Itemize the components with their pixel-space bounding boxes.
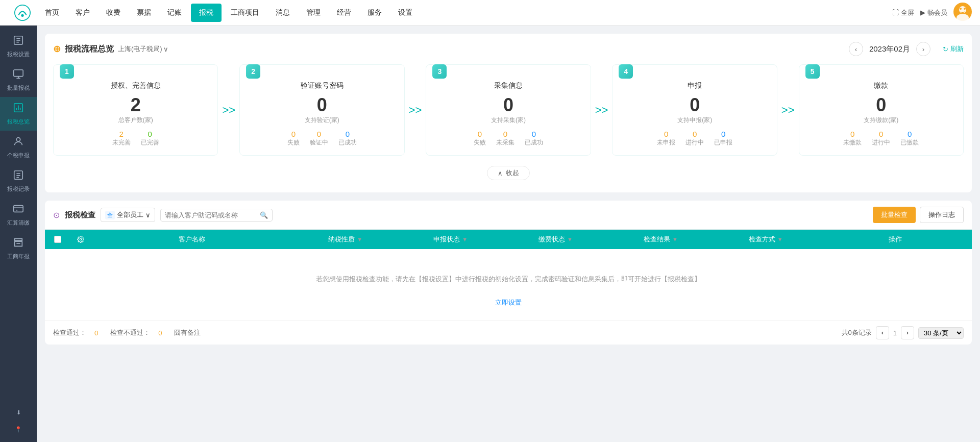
sidebar-item-tax-overview[interactable]: 报税总览: [0, 97, 37, 131]
stat-val: 0: [872, 130, 890, 138]
step-sub-4: 支持申报(家): [621, 116, 768, 125]
sidebar-item-annual-report[interactable]: 工商年报: [0, 232, 37, 265]
pass-count[interactable]: 0: [94, 329, 98, 337]
sidebar-label: 工商年报: [7, 253, 30, 260]
stat-not-paid[interactable]: 0 未缴款: [843, 130, 862, 147]
flow-location[interactable]: 上海(电子税局) ∨: [118, 44, 168, 54]
prev-month-btn[interactable]: ‹: [849, 42, 863, 56]
nav-tax[interactable]: 报税: [191, 4, 222, 22]
per-page-select[interactable]: 30 条/页 50 条/页 100 条/页: [918, 327, 964, 339]
refresh-btn[interactable]: ↻ 刷新: [943, 44, 964, 54]
stat-paying[interactable]: 0 进行中: [872, 130, 890, 147]
next-page-btn[interactable]: ›: [901, 326, 914, 339]
svg-point-0: [15, 5, 30, 20]
individual-tax-icon: [13, 136, 24, 150]
stat-verifying[interactable]: 0 验证中: [310, 130, 328, 147]
sidebar-item-tax-record[interactable]: 报税记录: [0, 164, 37, 198]
nav-home[interactable]: 首页: [37, 0, 67, 26]
settlement-icon: [13, 203, 24, 217]
operation-log-btn[interactable]: 操作日志: [920, 207, 964, 223]
th-setting[interactable]: [70, 230, 91, 249]
nav-bookkeeping[interactable]: 记账: [159, 0, 190, 26]
nav-fee[interactable]: 收费: [98, 0, 129, 26]
th-declare-status: 申报状态 ▼: [398, 230, 503, 249]
fail-count[interactable]: 0: [158, 329, 162, 337]
sidebar-item-settlement[interactable]: 汇算清缴: [0, 198, 37, 232]
sidebar-item-tax-settings[interactable]: 报税设置: [0, 30, 37, 63]
filter-icon[interactable]: ▼: [462, 236, 468, 242]
nav-service[interactable]: 服务: [359, 0, 390, 26]
flow-step-2: 2 验证账号密码 0 支持验证(家) 0 失败 0 验证中: [239, 64, 404, 156]
stat-fail[interactable]: 0 失败: [287, 130, 300, 147]
stat-label: 已申报: [714, 138, 732, 147]
nav-manage[interactable]: 管理: [298, 0, 329, 26]
stat-label: 已完善: [141, 138, 159, 147]
header-checkbox[interactable]: [54, 236, 61, 243]
stat-label: 失败: [474, 138, 486, 147]
current-date: 2023年02月: [869, 44, 910, 54]
current-page: 1: [893, 329, 897, 337]
stat-fail[interactable]: 0 失败: [474, 130, 486, 147]
stat-complete[interactable]: 0 已完善: [141, 130, 159, 147]
search-icon[interactable]: 🔍: [260, 211, 268, 219]
stat-label: 未缴款: [843, 138, 862, 147]
stat-label: 失败: [287, 138, 300, 147]
action-buttons: 批量检查 操作日志: [873, 207, 964, 223]
next-month-btn[interactable]: ›: [916, 42, 930, 56]
flow-header: ⊕ 报税流程总览 上海(电子税局) ∨ ‹ 2023年02月 › ↻ 刷新: [53, 42, 964, 56]
collapse-btn[interactable]: ∧ 收起: [487, 166, 530, 180]
nav-invoice[interactable]: 票据: [129, 0, 159, 26]
stat-val: 0: [141, 130, 159, 138]
nav-settings[interactable]: 设置: [390, 0, 421, 26]
sidebar-item-individual-tax[interactable]: 个税申报: [0, 131, 37, 164]
sidebar-download[interactable]: ⬇: [15, 404, 22, 421]
filter-icon[interactable]: ▼: [567, 236, 573, 242]
stat-declaring[interactable]: 0 进行中: [685, 130, 704, 147]
stat-val: 0: [657, 130, 675, 138]
sidebar-label: 报税总览: [7, 118, 30, 126]
stat-val: 2: [112, 130, 131, 138]
stat-not-declared[interactable]: 0 未申报: [657, 130, 675, 147]
stat-label: 未采集: [496, 138, 514, 147]
employee-filter[interactable]: 全 全部员工 ∨: [101, 208, 155, 222]
stat-declared[interactable]: 0 已申报: [714, 130, 732, 147]
stat-verified[interactable]: 0 已成功: [338, 130, 357, 147]
stat-label: 未完善: [112, 138, 131, 147]
stat-incomplete[interactable]: 2 未完善: [112, 130, 131, 147]
filter-icon[interactable]: ▼: [672, 236, 678, 242]
date-navigation: ‹ 2023年02月 ›: [849, 42, 930, 56]
top-navigation: 首页 客户 收费 票据 记账 报税 工商项目 消息 管理 经营 服务 设置 ⛶ …: [0, 0, 980, 26]
pagination: 共0条记录 ‹ 1 › 30 条/页 50 条/页 100 条/页: [842, 326, 964, 339]
batch-check-btn[interactable]: 批量检查: [873, 207, 916, 223]
pass-label: 检查通过：: [53, 328, 86, 337]
stat-val: 0: [525, 130, 543, 138]
svg-point-24: [80, 238, 82, 240]
stat-collected[interactable]: 0 已成功: [525, 130, 543, 147]
fullscreen-icon: ⛶: [892, 9, 899, 16]
setup-link[interactable]: 立即设置: [495, 298, 522, 307]
filter-icon[interactable]: ▼: [777, 236, 783, 242]
prev-page-btn[interactable]: ‹: [876, 326, 889, 339]
search-input[interactable]: [165, 211, 258, 219]
nav-business[interactable]: 工商项目: [223, 0, 267, 26]
stat-paid[interactable]: 0 已缴款: [900, 130, 919, 147]
flow-step-3: 3 采集信息 0 支持采集(家) 0 失败 0 未采集: [426, 64, 591, 156]
sidebar: 报税设置 批量报税 报税总览 个税申报 报税记录: [0, 26, 37, 442]
sidebar-location[interactable]: 📍: [15, 421, 22, 438]
nav-customer[interactable]: 客户: [67, 0, 98, 26]
nav-operation[interactable]: 经营: [329, 0, 359, 26]
vip-btn[interactable]: ▶ 畅会员: [920, 8, 947, 17]
nav-message[interactable]: 消息: [267, 0, 298, 26]
step-num-5: 5: [805, 64, 820, 79]
sidebar-item-batch-tax[interactable]: 批量报税: [0, 63, 37, 97]
th-check-method: 检查方式 ▼: [713, 230, 818, 249]
step-title-4: 申报: [621, 81, 768, 90]
fullscreen-btn[interactable]: ⛶ 全屏: [892, 8, 914, 17]
stat-label: 已成功: [525, 138, 543, 147]
annual-report-icon: [13, 237, 24, 251]
step-sub-2: 支持验证(家): [248, 116, 396, 125]
filter-icon[interactable]: ▼: [357, 236, 362, 242]
stat-not-collected[interactable]: 0 未采集: [496, 130, 514, 147]
filter-tag: 全: [105, 211, 115, 219]
check-circle-icon: ⊙: [53, 210, 60, 220]
